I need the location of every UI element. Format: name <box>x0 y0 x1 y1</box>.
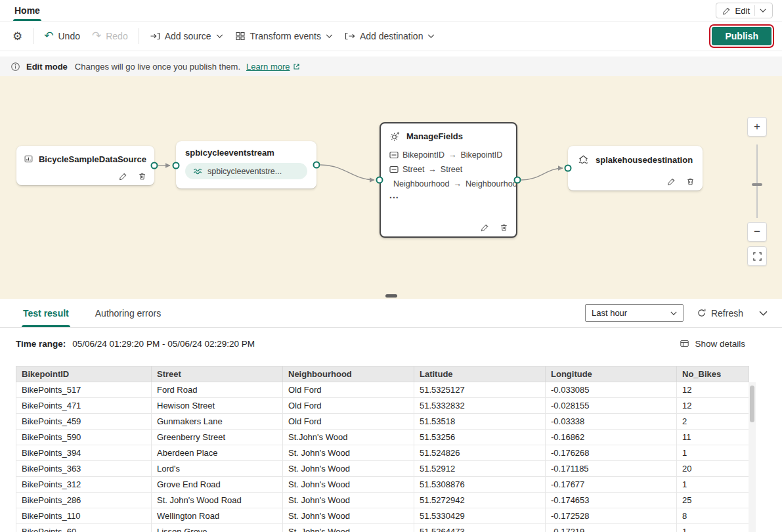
column-header[interactable]: BikepointID <box>16 366 152 382</box>
tab-home[interactable]: Home <box>14 0 40 21</box>
node-title: ManageFields <box>406 131 463 141</box>
add-source-icon <box>150 31 160 41</box>
table-row[interactable]: BikePoints_60Lisson GroveSt. John's Wood… <box>16 524 749 532</box>
column-header[interactable]: No_Bikes <box>677 366 749 382</box>
edit-mode-button[interactable]: Edit <box>716 3 773 18</box>
add-destination-icon <box>345 31 355 41</box>
tab-test-result[interactable]: Test result <box>23 299 69 327</box>
node-title: spbicycleeventstream <box>185 148 274 158</box>
pencil-icon[interactable] <box>481 223 489 232</box>
collapse-panel-button[interactable] <box>756 308 770 319</box>
field-to: Neighbourhood <box>466 179 516 188</box>
table-row[interactable]: BikePoints_517Ford RoadOld Ford51.532512… <box>16 382 749 398</box>
editor-toolbar: ⚙ ↶ Undo ↷ Redo Add source <box>0 22 782 51</box>
table-cell: Old Ford <box>283 382 414 398</box>
table-cell: BikePoints_590 <box>16 430 152 445</box>
zoom-in-button[interactable]: + <box>747 117 767 137</box>
tab-label: Authoring errors <box>95 308 161 319</box>
table-cell: -0.172528 <box>546 508 677 524</box>
table-row[interactable]: BikePoints_394Aberdeen PlaceSt. John's W… <box>16 445 749 461</box>
trash-icon[interactable] <box>686 177 695 186</box>
zoom-out-button[interactable]: − <box>747 222 767 242</box>
transform-events-button[interactable]: Transform events <box>229 27 339 45</box>
table-cell: -0.028155 <box>546 398 677 414</box>
table-cell: -0.17219 <box>546 524 677 532</box>
table-row[interactable]: BikePoints_312Grove End RoadSt. John's W… <box>16 477 749 493</box>
table-row[interactable]: BikePoints_110Wellington RoadSt. John's … <box>16 508 749 524</box>
stream-icon <box>193 167 203 175</box>
fit-to-screen-button[interactable] <box>747 246 767 266</box>
zoom-slider-handle[interactable] <box>752 183 762 186</box>
table-cell: Old Ford <box>283 398 414 414</box>
pencil-icon[interactable] <box>119 172 127 181</box>
table-scrollbar-thumb[interactable] <box>750 386 754 422</box>
redo-label: Redo <box>106 31 127 41</box>
show-details-button[interactable]: Show details <box>680 339 745 349</box>
table-cell: Wellington Road <box>152 508 283 524</box>
tab-authoring-errors[interactable]: Authoring errors <box>95 299 161 327</box>
table-row[interactable]: BikePoints_471Hewison StreetOld Ford51.5… <box>16 398 749 414</box>
trash-icon[interactable] <box>138 172 146 181</box>
column-header[interactable]: Longitude <box>546 366 677 382</box>
table-scrollbar[interactable] <box>749 382 756 532</box>
node-lakehouse-destination[interactable]: splakehousedestination <box>568 146 703 190</box>
table-cell: BikePoints_286 <box>16 493 152 508</box>
column-header[interactable]: Street <box>152 366 283 382</box>
panel-resize-handle[interactable] <box>385 294 397 298</box>
node-eventstream[interactable]: spbicycleeventstream spbicycleeventstre.… <box>176 141 316 188</box>
time-filter-value: Last hour <box>592 308 627 318</box>
banner-message: Changes will go live once you publish th… <box>75 62 240 72</box>
table-cell: Greenberry Street <box>152 430 283 445</box>
add-destination-button[interactable]: Add destination <box>339 27 441 45</box>
table-cell: 51.52912 <box>414 461 546 477</box>
publish-button[interactable]: Publish <box>712 27 771 45</box>
table-cell: St.John's Wood <box>283 430 414 445</box>
chevron-down-icon <box>759 311 768 316</box>
table-cell: -0.171185 <box>546 461 677 477</box>
node-title: BicycleSampleDataSource <box>39 154 146 164</box>
settings-button[interactable]: ⚙ <box>7 27 28 46</box>
learn-more-link[interactable]: Learn more <box>246 62 299 72</box>
external-link-icon <box>293 63 300 70</box>
column-header[interactable]: Neighbourhood <box>283 366 414 382</box>
table-cell: St. John's Wood <box>283 508 414 524</box>
table-cell: 51.5325127 <box>414 382 546 398</box>
undo-button[interactable]: ↶ Undo <box>38 27 86 45</box>
pencil-icon[interactable] <box>667 177 676 186</box>
table-cell: 51.53518 <box>414 414 546 430</box>
add-source-button[interactable]: Add source <box>144 27 229 45</box>
chevron-down-icon <box>326 34 333 38</box>
column-header[interactable]: Latitude <box>414 366 546 382</box>
table-cell: -0.033085 <box>546 382 677 398</box>
add-source-label: Add source <box>165 31 211 41</box>
more-fields-ellipsis[interactable]: ... <box>381 191 516 198</box>
eventstream-canvas[interactable]: BicycleSampleDataSource spbicycleeventst… <box>0 76 782 299</box>
table-cell: -0.17677 <box>546 477 677 493</box>
node-manage-fields[interactable]: ManageFields BikepointID→BikepointIDStre… <box>380 122 517 238</box>
banner-title: Edit mode <box>26 62 68 72</box>
table-cell: 12 <box>677 398 749 414</box>
time-filter-select[interactable]: Last hour <box>585 304 684 322</box>
table-row[interactable]: BikePoints_459Gunmakers LaneOld Ford51.5… <box>16 414 749 430</box>
table-cell: 51.53256 <box>414 430 546 445</box>
refresh-button[interactable]: Refresh <box>697 308 743 319</box>
table-row[interactable]: BikePoints_590Greenberry StreetSt.John's… <box>16 430 749 445</box>
toolbar-divider <box>139 28 139 44</box>
toolbar-divider <box>33 28 33 44</box>
table-row[interactable]: BikePoints_286St. John's Wood RoadSt. Jo… <box>16 493 749 508</box>
undo-icon: ↶ <box>44 32 53 41</box>
trash-icon[interactable] <box>500 223 508 232</box>
table-row[interactable]: BikePoints_363Lord'sSt. John's Wood51.52… <box>16 461 749 477</box>
zoom-slider-track[interactable] <box>756 144 758 218</box>
substream-pill[interactable]: spbicycleeventstre... <box>185 163 307 179</box>
eventstream-editor: Home Edit ⚙ ↶ Undo ↷ Redo <box>0 0 782 532</box>
publish-label: Publish <box>725 31 758 41</box>
table-cell: Grove End Road <box>152 477 283 493</box>
result-table-body: BikePoints_517Ford RoadOld Ford51.532512… <box>16 382 749 532</box>
refresh-icon <box>697 308 706 318</box>
node-bicycle-sample-data-source[interactable]: BicycleSampleDataSource <box>16 146 154 185</box>
chevron-down-icon[interactable] <box>760 9 766 12</box>
panel-tab-bar: Test result Authoring errors Last hour <box>0 299 782 328</box>
table-cell: BikePoints_60 <box>16 524 152 532</box>
redo-button[interactable]: ↷ Redo <box>86 27 134 45</box>
